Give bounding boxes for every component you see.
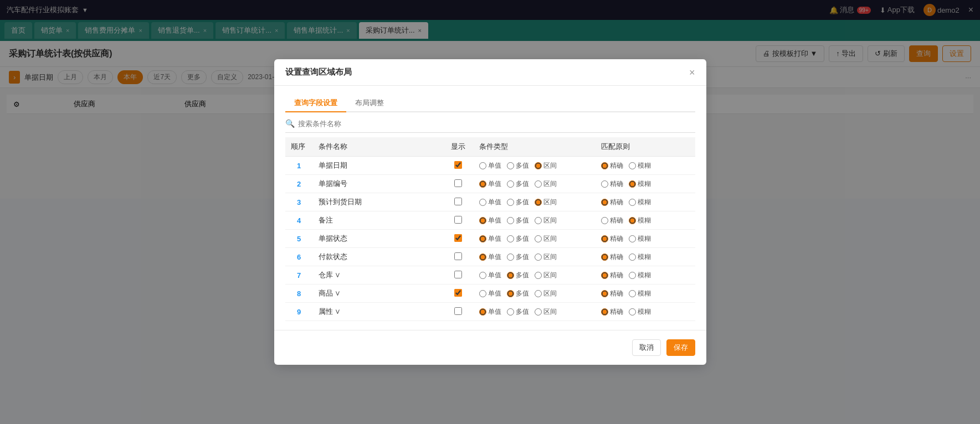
modal-body: 查询字段设置 布局调整 🔍 顺序 条件名称 显示 条件类型: [274, 86, 706, 199]
modal-header: 设置查询区域布局 ×: [274, 59, 706, 86]
modal-dialog: 设置查询区域布局 × 查询字段设置 布局调整 🔍 顺序: [274, 59, 706, 199]
type-option-多值[interactable]: 多值: [507, 179, 529, 189]
type-option-区间[interactable]: 区间: [535, 198, 557, 199]
cell-match: 精确模糊: [596, 175, 695, 193]
cell-display: [443, 193, 474, 199]
cell-name: 单据编号: [313, 175, 443, 193]
display-checkbox[interactable]: [454, 179, 462, 187]
cell-order: 1: [285, 157, 313, 175]
modal-overlay: 设置查询区域布局 × 查询字段设置 布局调整 🔍 顺序: [0, 0, 980, 199]
modal-close-button[interactable]: ×: [689, 68, 695, 77]
cell-order: 2: [285, 175, 313, 193]
tab-layout-adjust[interactable]: 布局调整: [346, 95, 393, 112]
type-option-区间[interactable]: 区间: [535, 161, 557, 170]
search-bar: 🔍: [285, 119, 695, 133]
cell-match: 精确模糊: [596, 157, 695, 175]
match-option-模糊[interactable]: 模糊: [629, 198, 651, 199]
search-input[interactable]: [298, 120, 695, 128]
table-row: 2单据编号单值多值区间精确模糊: [285, 175, 695, 193]
match-option-精确[interactable]: 精确: [601, 198, 623, 199]
table-row: 1单据日期单值多值区间精确模糊: [285, 157, 695, 175]
match-option-模糊[interactable]: 模糊: [629, 161, 651, 170]
type-option-单值[interactable]: 单值: [479, 161, 501, 170]
cell-type: 单值多值区间: [474, 175, 596, 193]
cell-display: [443, 157, 474, 175]
type-option-单值[interactable]: 单值: [479, 179, 501, 189]
conditions-table: 顺序 条件名称 显示 条件类型 匹配原则 1单据日期单值多值区间精确模糊2单据编…: [285, 137, 695, 199]
th-name: 条件名称: [313, 137, 443, 157]
cell-match: 精确模糊: [596, 193, 695, 199]
match-option-精确[interactable]: 精确: [601, 179, 623, 189]
type-option-区间[interactable]: 区间: [535, 179, 557, 189]
match-option-模糊[interactable]: 模糊: [629, 179, 651, 189]
type-option-单值[interactable]: 单值: [479, 198, 501, 199]
type-option-多值[interactable]: 多值: [507, 161, 529, 170]
modal-title: 设置查询区域布局: [285, 67, 352, 77]
modal-tabs: 查询字段设置 布局调整: [285, 95, 695, 112]
th-display: 显示: [443, 137, 474, 157]
cell-name: 预计到货日期: [313, 193, 443, 199]
cell-name: 单据日期: [313, 157, 443, 175]
tab-query-fields[interactable]: 查询字段设置: [285, 95, 346, 112]
cell-order: 3: [285, 193, 313, 199]
th-match: 匹配原则: [596, 137, 695, 157]
th-type: 条件类型: [474, 137, 596, 157]
th-order: 顺序: [285, 137, 313, 157]
cell-display: [443, 175, 474, 193]
display-checkbox[interactable]: [454, 198, 462, 199]
table-row: 3预计到货日期单值多值区间精确模糊: [285, 193, 695, 199]
search-icon: 🔍: [285, 119, 295, 128]
cell-type: 单值多值区间: [474, 157, 596, 175]
match-option-精确[interactable]: 精确: [601, 161, 623, 170]
display-checkbox[interactable]: [454, 161, 462, 169]
cell-type: 单值多值区间: [474, 193, 596, 199]
type-option-多值[interactable]: 多值: [507, 198, 529, 199]
